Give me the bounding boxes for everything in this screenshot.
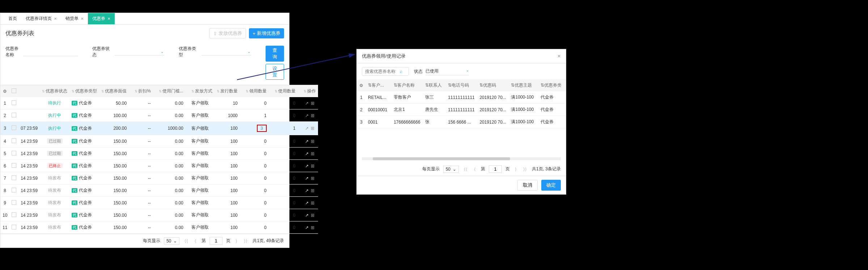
prev-page-icon[interactable]: ⟨	[193, 238, 198, 244]
share-icon[interactable]: ↗	[305, 113, 309, 118]
modal-search-input[interactable]: ⌕	[362, 67, 409, 76]
tab-首页[interactable]: 首页	[4, 13, 21, 24]
table-row[interactable]: 714 23:59待发布代代金券150.00--0.00客户领取10000↗⊞	[0, 172, 318, 184]
table-row[interactable]: 1014 23:59待发布代代金券150.00--0.00客户领取10000↗⊞	[0, 209, 318, 221]
search-button[interactable]: 查询	[266, 46, 284, 62]
page-input[interactable]	[209, 237, 223, 245]
cell-claimed[interactable]: 3	[244, 122, 272, 135]
table-row[interactable]: 307 23:59执行中代代金券200.00--1000.00客户领取10031…	[0, 122, 318, 135]
table-row[interactable]: 814 23:59待发布代代金券150.00--0.00客户领取10000↗⊞	[0, 184, 318, 197]
cell-claimed[interactable]: 0	[244, 97, 272, 109]
last-page-icon[interactable]: ⟩⟩	[242, 238, 249, 244]
column-header[interactable]: ⇅操作	[301, 85, 318, 97]
row-checkbox[interactable]	[12, 188, 16, 192]
column-header[interactable]: ⇅使用门槛...	[157, 85, 189, 97]
column-header[interactable]: ⇅联系人	[423, 79, 446, 91]
per-page-select[interactable]: 50 ⌄	[164, 237, 179, 245]
table-row[interactable]: 1114 23:59待发布代代金券150.00--0.00客户领取10000↗⊞	[0, 221, 318, 234]
gear-icon[interactable]: ⚙	[359, 83, 363, 88]
cell-claimed[interactable]: 0	[244, 160, 272, 172]
cell-claimed[interactable]: 0	[244, 135, 272, 148]
row-checkbox[interactable]	[12, 151, 16, 155]
tab-销货单[interactable]: 销货单✕	[61, 13, 88, 24]
cell-claimed[interactable]: 0	[244, 148, 272, 160]
qrcode-icon[interactable]: ⊞	[311, 101, 314, 106]
qrcode-icon[interactable]: ⊞	[311, 225, 314, 230]
column-header[interactable]: ⇅客户...	[366, 79, 391, 91]
column-header[interactable]: ⇅客户名称	[391, 79, 423, 91]
last-page-icon[interactable]: ⟩⟩	[522, 167, 528, 172]
row-checkbox[interactable]	[12, 163, 16, 168]
close-icon[interactable]: ✕	[54, 17, 57, 21]
horizontal-scrollbar[interactable]	[362, 157, 561, 160]
ok-button[interactable]: 确定	[541, 180, 561, 191]
table-row[interactable]: 200010001北京1唐先生111111111112019120 70...满…	[357, 104, 566, 116]
prev-page-icon[interactable]: ⟨	[473, 167, 477, 172]
issue-coupon-button[interactable]: ⇪ 发放优惠券	[209, 28, 246, 38]
row-checkbox[interactable]	[12, 113, 16, 117]
column-header[interactable]: ⇅优惠券状态	[40, 85, 69, 97]
qrcode-icon[interactable]: ⊞	[311, 151, 314, 156]
row-checkbox[interactable]	[12, 175, 16, 180]
first-page-icon[interactable]: ⟨⟨	[462, 167, 469, 172]
tab-优惠券[interactable]: 优惠券✕	[88, 13, 115, 24]
share-icon[interactable]: ↗	[305, 126, 309, 131]
qrcode-icon[interactable]: ⊞	[311, 113, 314, 118]
settings-button[interactable]: 设置	[266, 64, 284, 80]
table-row[interactable]: 2执行中代代金券100.00--0.00客户领取100010↗⊞	[0, 109, 318, 122]
row-checkbox[interactable]	[12, 212, 16, 217]
close-icon[interactable]: ✕	[81, 17, 84, 21]
column-header[interactable]: ⇅领用数量	[244, 85, 272, 97]
row-checkbox[interactable]	[12, 138, 16, 143]
column-header[interactable]: ⇅电话号码	[446, 79, 477, 91]
modal-page-input[interactable]	[489, 165, 502, 173]
table-row[interactable]: 614 23:59已终止代代金券150.00--0.00客户领取10000↗⊞	[0, 160, 318, 172]
column-header[interactable]: ⇅使用数量	[272, 85, 301, 97]
qrcode-icon[interactable]: ⊞	[311, 176, 314, 181]
table-row[interactable]: 514 23:59已过期代代金券150.00--0.00客户领取10000↗⊞	[0, 148, 318, 160]
filter-type-select[interactable]: ⌄	[202, 48, 251, 55]
row-checkbox[interactable]	[12, 100, 16, 105]
modal-status-select[interactable]: 已使用 ⌄	[425, 67, 469, 75]
filter-status-select[interactable]: ⌄	[115, 48, 164, 55]
column-header[interactable]: ⇅发放方式	[189, 85, 215, 97]
cell-claimed[interactable]: 0	[244, 197, 272, 209]
table-row[interactable]: 1RETAIL...零散客户张三111111111112019120 70...…	[357, 91, 566, 104]
table-row[interactable]: 414 23:59已过期代代金券150.00--0.00客户领取10000↗⊞	[0, 135, 318, 148]
next-page-icon[interactable]: ⟩	[513, 167, 518, 172]
column-header[interactable]: ⇅优惠主题	[509, 79, 538, 91]
table-row[interactable]: 3000117666666666张156 6666 ...2019120 70.…	[357, 116, 566, 128]
row-checkbox[interactable]	[12, 225, 16, 229]
cell-claimed[interactable]: 1	[244, 109, 272, 122]
column-header[interactable]: ⇅优惠码	[477, 79, 509, 91]
scrollbar-thumb[interactable]	[373, 157, 510, 160]
column-header[interactable]: ⇅优惠券类型	[69, 85, 99, 97]
cell-claimed[interactable]: 0	[244, 209, 272, 221]
cell-claimed[interactable]: 0	[244, 184, 272, 197]
cell-claimed[interactable]: 0	[244, 221, 272, 234]
close-icon[interactable]: ✕	[107, 17, 110, 21]
first-page-icon[interactable]: ⟨⟨	[183, 238, 190, 244]
column-header[interactable]: ⇅优惠券类	[538, 79, 566, 91]
close-icon[interactable]: ✕	[557, 54, 561, 59]
column-header[interactable]: ⇅优惠券面值	[99, 85, 132, 97]
row-checkbox[interactable]	[12, 125, 16, 130]
search-field[interactable]	[365, 69, 398, 74]
modal-per-page-select[interactable]: 50 ⌄	[443, 166, 459, 173]
filter-name-input[interactable]	[24, 47, 78, 56]
select-all-checkbox[interactable]	[12, 88, 16, 93]
cell-claimed[interactable]: 0	[244, 172, 272, 184]
column-header[interactable]: ⇅发行数量	[215, 85, 244, 97]
qrcode-icon[interactable]: ⊞	[311, 163, 314, 169]
qrcode-icon[interactable]: ⊞	[311, 188, 314, 193]
qrcode-icon[interactable]: ⊞	[311, 139, 314, 144]
qrcode-icon[interactable]: ⊞	[311, 200, 314, 205]
share-icon[interactable]: ↗	[305, 101, 309, 106]
gear-icon[interactable]: ⚙	[3, 89, 7, 94]
table-row[interactable]: 914 23:59待发布代代金券150.00--0.00客户领取10000↗⊞	[0, 197, 318, 209]
qrcode-icon[interactable]: ⊞	[311, 126, 314, 131]
cancel-button[interactable]: 取消	[517, 180, 538, 191]
next-page-icon[interactable]: ⟩	[234, 238, 239, 244]
add-coupon-button[interactable]: + 新增优惠券	[249, 28, 284, 38]
claimed-highlight[interactable]: 3	[257, 125, 267, 132]
